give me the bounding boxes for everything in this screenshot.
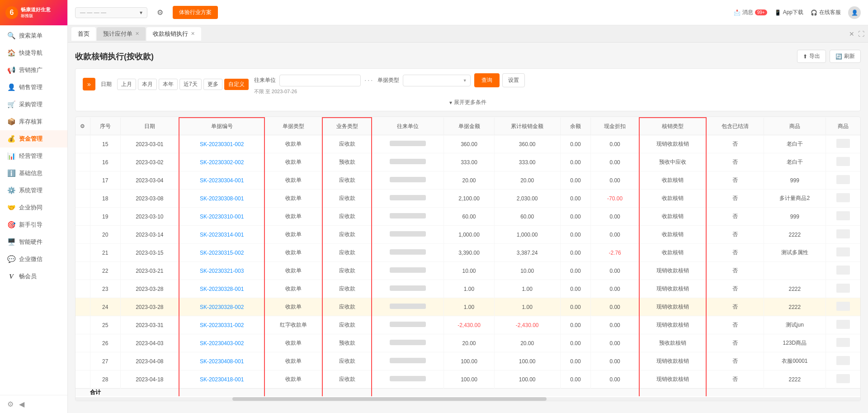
custom-date-btn[interactable]: 自定义 — [224, 79, 249, 90]
tab-collection-label: 收款核销执行 — [153, 30, 188, 38]
sidebar-item-system[interactable]: ⚙️ 系统管理 — [0, 182, 67, 199]
sidebar-item-quicknav[interactable]: 🏠 快捷导航 — [0, 44, 67, 62]
this-year-btn[interactable]: 本年 — [159, 79, 178, 90]
last-7-days-btn[interactable]: 近7天 — [179, 79, 202, 90]
table-row: 212023-03-15SK-20230315-002收款单应收款3,390.0… — [75, 244, 860, 262]
doc-type-select[interactable] — [403, 75, 471, 86]
expand-conditions-btn[interactable]: ▾ 展开更多条件 — [449, 99, 486, 106]
online-service-btn[interactable]: 🎧 在线客服 — [811, 9, 841, 16]
close-tab-collection[interactable]: ✕ — [191, 31, 195, 37]
app-download-btn[interactable]: 📱 App下载 — [774, 9, 803, 16]
td-cumulative: 100.00 — [494, 352, 560, 370]
td-doc-type: 收款单 — [264, 280, 322, 298]
td-date: 2023-04-18 — [120, 370, 179, 389]
sidebar-label-operation: 经营管理 — [19, 152, 42, 160]
sidebar-item-inventory[interactable]: 📦 库存核算 — [0, 113, 67, 130]
filter-settings-btn[interactable]: 设置 — [502, 73, 525, 87]
td-row-num: 26 — [90, 334, 120, 352]
maximize-icon[interactable]: ⛶ — [858, 30, 864, 38]
industry-solution-btn[interactable]: 体验行业方案 — [173, 6, 218, 19]
td-biz-type: 应收款 — [322, 316, 371, 334]
refresh-btn[interactable]: 🔄 刷新 — [830, 50, 861, 63]
tab-collection[interactable]: 收款核销执行 ✕ — [146, 27, 201, 41]
td-doc-no[interactable]: SK-20230302-002 — [179, 153, 265, 171]
horizontal-scrollbar[interactable] — [75, 397, 860, 401]
notification-btn[interactable]: 📩 消息 99+ — [734, 9, 767, 16]
close-all-icon[interactable]: ✕ — [849, 30, 854, 38]
settings-gear[interactable]: ⚙ — [80, 123, 85, 129]
td-goods: 测试多属性 — [764, 244, 826, 262]
td-balance: 0.00 — [560, 171, 590, 190]
td-cancel-type: 现销收款核销 — [639, 370, 706, 389]
app-logo: 6 畅康道好生意 标推版 — [0, 0, 67, 25]
td-row-num: 15 — [90, 135, 120, 153]
collapse-icon[interactable]: ◀ — [19, 400, 24, 408]
sidebar-item-newguide[interactable]: 🎯 新手引导 — [0, 216, 67, 233]
td-include-settled: 否 — [706, 208, 764, 226]
sidebar-item-search[interactable]: 🔍 搜索菜单 — [0, 27, 67, 44]
td-doc-no[interactable]: SK-20230418-001 — [179, 370, 265, 389]
export-btn[interactable]: ⬆ 导出 — [797, 50, 826, 63]
td-doc-no[interactable]: SK-20230403-002 — [179, 334, 265, 352]
query-btn[interactable]: 查询 — [474, 73, 500, 87]
more-date-btn[interactable]: 更多 — [203, 79, 222, 90]
td-goods: 999 — [764, 171, 826, 190]
company-selector[interactable]: — — — — ▾ — [75, 7, 147, 18]
member-icon: V — [7, 273, 15, 280]
last-month-btn[interactable]: 上月 — [117, 79, 136, 90]
table-row: 152023-03-01SK-20230301-002收款单应收款360.003… — [75, 135, 860, 153]
close-tab-prepay[interactable]: ✕ — [135, 31, 139, 37]
td-doc-no[interactable]: SK-20230328-002 — [179, 298, 265, 316]
td-doc-no[interactable]: SK-20230321-003 — [179, 262, 265, 280]
td-row-num: 20 — [90, 226, 120, 244]
td-checkbox — [75, 153, 90, 171]
td-doc-no[interactable]: SK-20230331-002 — [179, 316, 265, 334]
date-filter-btns: 上月 本月 本年 近7天 更多 自定义 — [117, 79, 249, 90]
sidebar-item-sales[interactable]: 👤 销售管理 — [0, 79, 67, 96]
filter-row: » 日期 上月 本月 本年 近7天 更多 自定义 往来单位 ··· 单据 — [83, 73, 853, 95]
td-doc-amount: 1,000.00 — [444, 226, 494, 244]
sidebar-item-basic[interactable]: ℹ️ 基础信息 — [0, 165, 67, 182]
th-settings[interactable]: ⚙ — [75, 118, 90, 135]
sidebar-item-marketing[interactable]: 📢 营销推广 — [0, 62, 67, 79]
td-cancel-type: 预收中应收 — [639, 153, 706, 171]
sidebar-item-enterprise[interactable]: 🤝 企业协同 — [0, 199, 67, 216]
td-doc-type: 收款单 — [264, 334, 322, 352]
sidebar-item-member[interactable]: V 畅会员 — [0, 268, 67, 285]
td-cumulative: 1.00 — [494, 280, 560, 298]
tab-prepay[interactable]: 预计应付单 ✕ — [97, 27, 146, 41]
td-doc-type: 收款单 — [264, 171, 322, 190]
td-doc-no[interactable]: SK-20230304-001 — [179, 171, 265, 190]
partner-input[interactable] — [279, 75, 361, 86]
scrollbar-thumb — [232, 397, 546, 401]
td-doc-no[interactable]: SK-20230314-001 — [179, 226, 265, 244]
page-content: 收款核销执行(按收款) ⬆ 导出 🔄 刷新 » 日期 上月 — [68, 43, 868, 413]
td-partner — [372, 190, 444, 208]
td-biz-type: 应收款 — [322, 171, 371, 190]
settings-icon-bottom[interactable]: ⚙ — [7, 400, 14, 408]
td-doc-no[interactable]: SK-20230310-001 — [179, 208, 265, 226]
td-row-num: 27 — [90, 352, 120, 370]
td-doc-type: 收款单 — [264, 298, 322, 316]
td-include-settled: 否 — [706, 135, 764, 153]
sidebar-item-purchase[interactable]: 🛒 采购管理 — [0, 96, 67, 113]
td-doc-no[interactable]: SK-20230308-001 — [179, 190, 265, 208]
sidebar-item-wechat[interactable]: 💬 企业微信 — [0, 251, 67, 268]
td-doc-no[interactable]: SK-20230315-002 — [179, 244, 265, 262]
sidebar-item-finance[interactable]: 💰 资金管理 — [0, 130, 67, 147]
tabbar: 首页 预计应付单 ✕ 收款核销执行 ✕ ✕ ⛶ — [68, 25, 868, 43]
sidebar-item-hardware[interactable]: 🖥️ 智能硬件 — [0, 233, 67, 251]
filter-toggle-btn[interactable]: » — [83, 78, 95, 90]
sidebar-item-operation[interactable]: 📊 经营管理 — [0, 147, 67, 165]
td-doc-no[interactable]: SK-20230408-001 — [179, 352, 265, 370]
tab-home[interactable]: 首页 — [71, 27, 96, 41]
td-doc-no[interactable]: SK-20230328-001 — [179, 280, 265, 298]
user-avatar[interactable]: 👤 — [848, 6, 861, 19]
filter-area: » 日期 上月 本月 本年 近7天 更多 自定义 往来单位 ··· 单据 — [75, 68, 861, 111]
td-cancel-type: 预收款核销 — [639, 334, 706, 352]
notif-count: 99+ — [755, 9, 767, 15]
settings-gear-btn[interactable]: ⚙ — [153, 5, 167, 20]
td-include-settled: 否 — [706, 298, 764, 316]
this-month-btn[interactable]: 本月 — [138, 79, 157, 90]
td-doc-no[interactable]: SK-20230301-002 — [179, 135, 265, 153]
